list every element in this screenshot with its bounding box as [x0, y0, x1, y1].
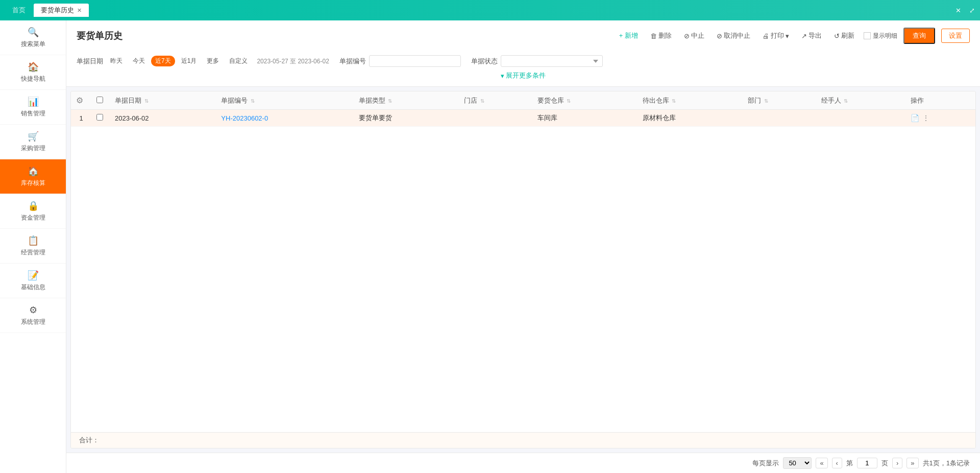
sort-doc-number-icon[interactable]: ⇅: [251, 98, 255, 104]
page-number-input[interactable]: [857, 458, 877, 468]
date-btn-today[interactable]: 今天: [129, 56, 149, 66]
row-checkbox[interactable]: [96, 114, 103, 121]
top-bar-right: ✕ ⤢: [955, 7, 975, 14]
sidebar-item-quick-nav[interactable]: 🏠 快捷导航: [0, 55, 66, 90]
ops-mgmt-icon: 📋: [28, 235, 39, 246]
sort-doc-type-icon[interactable]: ⇅: [388, 98, 392, 104]
sidebar-item-ops-mgmt[interactable]: 📋 经营管理: [0, 229, 66, 264]
settings-button[interactable]: 设置: [941, 29, 970, 43]
content-area: 要货单历史 + 新增 🗑 删除 ⊘ 中止 ⊘ 取消中止: [66, 20, 980, 473]
table-settings-icon[interactable]: ⚙: [76, 96, 83, 105]
new-button[interactable]: + 新增: [616, 30, 641, 42]
cell-handler: [816, 110, 905, 127]
basic-info-icon: 📝: [28, 270, 39, 281]
sidebar-item-basic-info[interactable]: 📝 基础信息: [0, 264, 66, 298]
th-settings: ⚙: [71, 91, 91, 110]
sidebar-item-search-menu[interactable]: 🔍 搜索菜单: [0, 20, 66, 55]
th-action: 操作: [905, 91, 975, 110]
th-store-label: 门店: [464, 97, 477, 104]
sidebar-item-label-sales: 销售管理: [21, 109, 45, 118]
sort-handler-icon[interactable]: ⇅: [844, 98, 848, 104]
doc-status-select[interactable]: 待审核 已审核 已拒绝: [501, 55, 603, 67]
sidebar-item-label-ops: 经营管理: [21, 248, 45, 257]
search-menu-icon: 🔍: [28, 27, 39, 38]
print-icon: 🖨: [763, 32, 769, 40]
sidebar-item-system-mgmt[interactable]: ⚙ 系统管理: [0, 298, 66, 333]
tab-requisition-label: 要货单历史: [41, 6, 74, 15]
date-btn-more[interactable]: 更多: [203, 56, 223, 66]
sidebar-item-finance-mgmt[interactable]: 🔒 资金管理: [0, 194, 66, 229]
window-fullscreen-icon[interactable]: ⤢: [969, 7, 975, 14]
more-action-icon[interactable]: ⋮: [922, 114, 929, 122]
delete-button[interactable]: 🗑 删除: [647, 30, 675, 42]
sidebar: 🔍 搜索菜单 🏠 快捷导航 📊 销售管理 🛒 采购管理 🏠 库存核算 🔒 资金管…: [0, 20, 66, 473]
page-label: 第: [846, 459, 853, 468]
next-page-button[interactable]: ›: [892, 458, 902, 468]
last-page-button[interactable]: »: [906, 458, 918, 468]
tab-close-icon[interactable]: ✕: [77, 7, 82, 14]
prev-page-button[interactable]: ‹: [832, 458, 842, 468]
page-size-select[interactable]: 10 20 50 100: [783, 457, 812, 469]
sidebar-item-label-inventory: 库存核算: [21, 179, 45, 187]
sidebar-item-inventory-calc[interactable]: 🏠 库存核算: [0, 159, 66, 194]
cell-department: [743, 110, 816, 127]
date-btn-custom[interactable]: 自定义: [225, 56, 252, 66]
sidebar-item-label-purchase: 采购管理: [21, 144, 45, 153]
refresh-icon: ↺: [834, 32, 840, 40]
date-btn-yesterday[interactable]: 昨天: [106, 56, 127, 66]
show-detail-checkbox[interactable]: 显示明细: [864, 32, 897, 40]
sort-doc-date-icon[interactable]: ⇅: [144, 98, 149, 104]
sort-store-icon[interactable]: ⇅: [480, 98, 484, 104]
refresh-button[interactable]: ↺ 刷新: [831, 30, 857, 42]
suspend-button[interactable]: ⊘ 中止: [681, 30, 707, 42]
edit-action-icon[interactable]: 📄: [911, 114, 919, 122]
expand-icon: ▾: [501, 72, 504, 80]
tab-bar: 首页 要货单历史 ✕: [5, 4, 955, 17]
print-button[interactable]: 🖨 打印 ▾: [760, 30, 792, 42]
tab-home[interactable]: 首页: [5, 4, 33, 17]
sidebar-item-label-system: 系统管理: [21, 318, 45, 326]
table-header-row: ⚙ 单据日期 ⇅ 单据编号 ⇅: [71, 91, 975, 110]
print-dropdown-icon: ▾: [786, 32, 789, 40]
cancel-suspend-button[interactable]: ⊘ 取消中止: [714, 30, 753, 42]
th-handler-label: 经手人: [821, 97, 841, 104]
sidebar-item-label-search: 搜索菜单: [21, 40, 45, 49]
select-all-checkbox[interactable]: [96, 97, 103, 103]
table-container: ⚙ 单据日期 ⇅ 单据编号 ⇅: [70, 91, 976, 448]
sidebar-item-label-basic: 基础信息: [21, 283, 45, 292]
th-doc-date: 单据日期 ⇅: [110, 91, 216, 110]
th-req-warehouse: 要货仓库 ⇅: [532, 91, 638, 110]
page-title-bar: 要货单历史 + 新增 🗑 删除 ⊘ 中止 ⊘ 取消中止: [77, 28, 970, 44]
filter-area: 单据日期 昨天 今天 近7天 近1月 更多 自定义 2023-05-27 至 2…: [77, 50, 970, 86]
window-close-icon[interactable]: ✕: [955, 7, 961, 14]
cell-pending-warehouse: 原材料仓库: [638, 110, 743, 127]
sidebar-item-sales-mgmt[interactable]: 📊 销售管理: [0, 90, 66, 125]
expand-more-btn[interactable]: ▾ 展开更多条件: [501, 71, 546, 80]
main-layout: 🔍 搜索菜单 🏠 快捷导航 📊 销售管理 🛒 采购管理 🏠 库存核算 🔒 资金管…: [0, 20, 980, 473]
tab-requisition-history[interactable]: 要货单历史 ✕: [34, 4, 89, 17]
date-buttons: 昨天 今天 近7天 近1月 更多 自定义: [106, 56, 252, 66]
page-header: 要货单历史 + 新增 🗑 删除 ⊘ 中止 ⊘ 取消中止: [66, 20, 980, 87]
filter-group-doc-number: 单据编号: [339, 55, 461, 67]
sort-pending-warehouse-icon[interactable]: ⇅: [672, 98, 676, 104]
doc-number-label: 单据编号: [339, 57, 366, 66]
date-btn-1month[interactable]: 近1月: [177, 56, 201, 66]
doc-number-link[interactable]: YH-20230602-0: [221, 114, 268, 122]
sort-req-warehouse-icon[interactable]: ⇅: [567, 98, 571, 104]
export-button[interactable]: ↗ 导出: [798, 30, 825, 42]
sidebar-item-purchase-mgmt[interactable]: 🛒 采购管理: [0, 125, 66, 159]
th-doc-type: 单据类型 ⇅: [354, 91, 459, 110]
doc-date-label: 单据日期: [77, 57, 103, 66]
date-range-display: 2023-05-27 至 2023-06-02: [257, 57, 329, 66]
data-table: ⚙ 单据日期 ⇅ 单据编号 ⇅: [71, 91, 975, 127]
date-btn-7days[interactable]: 近7天: [151, 56, 175, 66]
th-pending-warehouse-label: 待出仓库: [643, 97, 669, 104]
first-page-button[interactable]: «: [816, 458, 827, 468]
export-icon: ↗: [801, 32, 807, 40]
system-mgmt-icon: ⚙: [29, 304, 37, 316]
th-handler: 经手人 ⇅: [816, 91, 905, 110]
query-button[interactable]: 查询: [903, 28, 935, 44]
doc-number-input[interactable]: [369, 55, 461, 67]
sidebar-item-label-finance: 资金管理: [21, 214, 45, 222]
sort-department-icon[interactable]: ⇅: [764, 98, 768, 104]
